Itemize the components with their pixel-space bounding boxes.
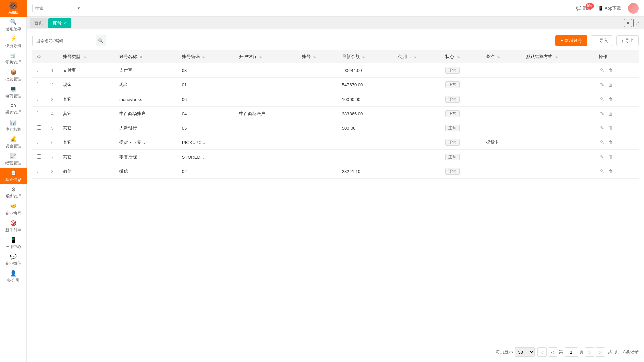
sidebar-item-finance[interactable]: 💰 资金管理 [0,134,27,151]
sidebar-item-ecommerce[interactable]: 💻 电商管理 [0,84,27,101]
sidebar-item-app-center[interactable]: 📱 应用中心 [0,235,27,251]
sidebar-item-label: 企业微信 [5,261,21,266]
sidebar-item-wholesale[interactable]: 📦 批发管理 [0,67,27,84]
user-avatar[interactable] [628,3,639,14]
cell-checkbox[interactable] [32,78,46,92]
th-remark[interactable]: 备注 ⇅ [482,50,522,63]
prev-page-button[interactable]: ◁ [548,347,557,357]
header-search-input[interactable] [32,4,72,13]
edit-button[interactable]: ✎ [599,110,606,117]
first-page-button[interactable]: |◁ [537,347,547,357]
delete-button[interactable]: 🗑 [607,81,614,88]
cell-account [298,164,338,179]
sidebar-item-purchase[interactable]: 🛍 采购管理 [0,101,27,117]
sidebar-item-basic[interactable]: 📋 基础信息 [0,168,27,184]
sidebar-item-wechat[interactable]: 💬 企业微信 [0,251,27,268]
page-number-input[interactable] [565,347,578,357]
cell-checkbox[interactable] [32,150,46,164]
status-badge: 正常 [445,67,460,74]
th-code[interactable]: 账号编码 ⇅ [178,50,235,63]
row-checkbox[interactable] [37,169,41,173]
row-checkbox[interactable] [37,125,41,130]
delete-button[interactable]: 🗑 [607,124,614,131]
top-header: ▾ 💬 消息 99+ 📱 App下载 [27,0,644,17]
th-type[interactable]: 账号类型 ⇅ [59,50,115,63]
table-row: 8 微信 微信 02 28241.10 正常 ✎ 🗑 [32,164,639,179]
sidebar-item-operation[interactable]: 📈 经营管理 [0,151,27,168]
header-dropdown[interactable]: ▾ [78,6,80,11]
tab-close-all-button[interactable]: ✕ [624,19,632,27]
cell-checkbox[interactable] [32,164,46,179]
sidebar-item-system[interactable]: ⚙ 系统管理 [0,184,27,201]
search-input[interactable] [33,36,96,45]
cell-bank [235,121,298,135]
sidebar-item-member[interactable]: 👤 畅会员 [0,268,27,285]
app-download-label: App下载 [605,5,621,11]
sidebar-item-quick-nav[interactable]: ⚡ 快捷导航 [0,34,27,50]
sidebar-item-label: 应用中心 [5,244,21,250]
sidebar-item-inventory[interactable]: 📊 库存核算 [0,117,27,134]
cell-settlement [522,92,595,107]
th-settlement[interactable]: 默认结算方式 ⇅ [522,50,595,63]
tab-actions: ✕ ⤢ [624,19,641,27]
delete-button[interactable]: 🗑 [607,67,614,74]
row-checkbox[interactable] [37,97,41,101]
edit-button[interactable]: ✎ [599,168,606,175]
edit-button[interactable]: ✎ [599,96,606,103]
cell-checkbox[interactable] [32,92,46,107]
status-badge: 正常 [445,168,460,175]
tab-account[interactable]: 账号 ✕ [48,18,71,28]
th-settings[interactable]: ⚙ [32,50,46,63]
tab-maximize-button[interactable]: ⤢ [633,19,641,27]
edit-button[interactable]: ✎ [599,153,606,161]
export-button[interactable]: ↑ 导出 [616,35,639,46]
finance-icon: 💰 [10,136,17,142]
cell-checkbox[interactable] [32,107,46,121]
cell-no: 8 [46,164,59,179]
sidebar-item-guide[interactable]: 🎯 新手引导 [0,218,27,235]
row-checkbox[interactable] [37,140,41,144]
message-button[interactable]: 💬 消息 99+ [576,5,591,11]
edit-button[interactable]: ✎ [599,67,606,74]
row-checkbox[interactable] [37,82,41,86]
th-bank[interactable]: 开户银行 ⇅ [235,50,298,63]
tab-close-icon[interactable]: ✕ [64,21,67,25]
sidebar-item-search[interactable]: 🔍 搜索菜单 [0,17,27,34]
cell-actions: ✎ 🗑 [595,135,639,150]
cell-checkbox[interactable] [32,63,46,78]
cell-code: 05 [178,121,235,135]
delete-button[interactable]: 🗑 [607,110,614,117]
row-checkbox[interactable] [37,68,41,72]
th-status-label: 状态 [445,54,454,59]
app-download-button[interactable]: 📱 App下载 [598,5,621,11]
tab-home[interactable]: 首页 [30,18,48,28]
page-size-select[interactable]: 50 100 [515,347,535,357]
cell-no: 3 [46,92,59,107]
edit-button[interactable]: ✎ [599,139,606,146]
edit-button[interactable]: ✎ [599,124,606,132]
add-account-button[interactable]: + 新增账号 [555,35,587,46]
edit-button[interactable]: ✎ [599,81,606,88]
row-checkbox[interactable] [37,154,41,159]
th-balance[interactable]: 最新余额 ⇅ [338,50,394,63]
th-account[interactable]: 账号 ⇅ [298,50,338,63]
cell-checkbox[interactable] [32,121,46,135]
delete-button[interactable]: 🗑 [607,96,614,103]
th-name[interactable]: 账号名称 ⇅ [115,50,178,63]
th-status[interactable]: 状态 ⇅ [441,50,482,63]
last-page-button[interactable]: ▷| [596,347,605,357]
th-usage[interactable]: 使用... ⇅ [394,50,441,63]
row-checkbox[interactable] [37,111,41,115]
search-button[interactable]: 🔍 [96,35,106,46]
import-button[interactable]: ↓ 导入 [591,35,613,46]
delete-button[interactable]: 🗑 [607,153,614,160]
cell-settlement [522,121,595,135]
sidebar-item-label: 资金管理 [5,143,21,149]
cell-checkbox[interactable] [32,135,46,150]
next-page-button[interactable]: ▷ [585,347,594,357]
sidebar-item-retail[interactable]: 🛒 零售管理 [0,50,27,67]
delete-button[interactable]: 🗑 [607,139,614,146]
sidebar-item-enterprise[interactable]: 🤝 企业协同 [0,201,27,218]
delete-button[interactable]: 🗑 [607,168,614,175]
cell-remark [482,107,522,121]
